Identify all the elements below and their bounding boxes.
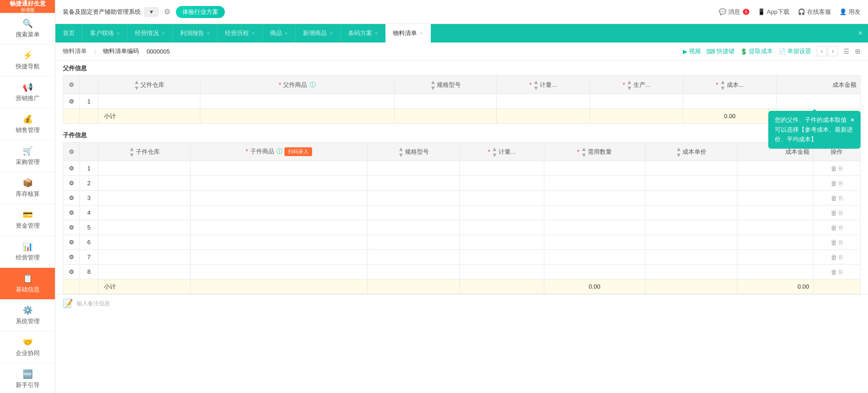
child-r5-warehouse[interactable] <box>98 220 191 235</box>
copy-icon[interactable]: ⎘ <box>839 165 843 172</box>
child-r2-warehouse[interactable] <box>98 176 191 191</box>
child-r2-cost-amount[interactable] <box>737 176 813 191</box>
tab-history[interactable]: 经营历程 × <box>217 24 262 42</box>
child-r3-unit[interactable] <box>459 191 544 206</box>
tab-profit-close[interactable]: × <box>207 30 210 36</box>
parent-row1-unit[interactable] <box>496 94 590 109</box>
copy-icon[interactable]: ⎘ <box>839 224 843 231</box>
child-r3-spec[interactable] <box>367 191 459 206</box>
prev-btn[interactable]: ‹ <box>817 46 827 56</box>
child-r8-spec[interactable] <box>367 265 459 279</box>
tab-profit[interactable]: 利润报告 × <box>173 24 217 42</box>
tab-history-close[interactable]: × <box>252 30 254 36</box>
child-r8-goods[interactable] <box>190 265 367 279</box>
copy-icon[interactable]: ⎘ <box>839 194 843 202</box>
child-r3-unit-cost[interactable] <box>645 191 737 206</box>
close-all-tabs-btn[interactable]: × <box>853 29 868 37</box>
child-r6-quantity[interactable] <box>544 235 645 250</box>
tab-customers[interactable]: 客户联络 × <box>83 24 127 42</box>
tab-bom[interactable]: 物料清单 × <box>386 24 430 42</box>
tooltip-close-btn[interactable]: × <box>850 115 854 125</box>
delete-icon[interactable]: 🗑 <box>831 209 837 217</box>
list-view-btn[interactable]: ☰ <box>844 48 850 55</box>
view-video-btn[interactable]: ▶ 视频 <box>683 47 701 55</box>
scan-input-btn[interactable]: 扫码录入 <box>284 147 312 156</box>
child-r7-spec[interactable] <box>367 250 459 265</box>
child-r1-spec[interactable] <box>367 161 459 176</box>
copy-icon[interactable]: ⎘ <box>839 209 843 217</box>
parent-row1-spec[interactable] <box>395 94 497 109</box>
child-r3-cost-amount[interactable] <box>737 191 813 206</box>
child-r1-quantity[interactable] <box>544 161 645 176</box>
child-r4-goods[interactable] <box>190 206 367 220</box>
child-r3-warehouse[interactable] <box>98 191 191 206</box>
child-r7-unit-cost[interactable] <box>645 250 737 265</box>
breadcrumb-bom[interactable]: 物料清单 <box>63 47 87 55</box>
child-r8-quantity[interactable] <box>544 265 645 279</box>
tab-operations[interactable]: 经营情况 × <box>127 24 172 42</box>
system-select-btn[interactable]: ▼ <box>145 7 158 17</box>
child-r3-goods[interactable] <box>190 191 367 206</box>
support-btn[interactable]: 🎧 在线客服 <box>798 8 831 16</box>
child-r2-goods[interactable] <box>190 176 367 191</box>
tab-operations-close[interactable]: × <box>162 30 164 36</box>
child-r6-goods[interactable] <box>190 235 367 250</box>
shortcut-btn[interactable]: ⌨ 快捷键 <box>706 47 735 55</box>
child-r2-spec[interactable] <box>367 176 459 191</box>
sidebar-item-guide[interactable]: 🆕 新手引导 <box>0 363 55 393</box>
child-r4-spec[interactable] <box>367 206 459 220</box>
sidebar-item-purchase[interactable]: 🛒 采购管理 <box>0 140 55 172</box>
child-r6-unit[interactable] <box>459 235 544 250</box>
copy-icon[interactable]: ⎘ <box>839 268 843 276</box>
child-r5-goods[interactable] <box>190 220 367 235</box>
child-r6-warehouse[interactable] <box>98 235 191 250</box>
child-r6-cost-amount[interactable] <box>737 235 813 250</box>
copy-icon[interactable]: ⎘ <box>839 239 843 246</box>
tab-home[interactable]: 首页 <box>55 24 83 42</box>
experience-btn[interactable]: 体验行业方案 <box>176 6 225 18</box>
delete-icon[interactable]: 🗑 <box>831 268 837 276</box>
child-r4-quantity[interactable] <box>544 206 645 220</box>
child-r2-unit-cost[interactable] <box>645 176 737 191</box>
sidebar-item-marketing[interactable]: 📢 营销推广 <box>0 77 55 109</box>
delete-icon[interactable]: 🗑 <box>831 239 837 246</box>
sidebar-item-finance[interactable]: 💳 资金管理 <box>0 204 55 236</box>
extract-cost-btn[interactable]: 💲 提取成本 <box>740 47 773 55</box>
child-r1-goods[interactable] <box>190 161 367 176</box>
delete-icon[interactable]: 🗑 <box>831 224 837 231</box>
child-r6-spec[interactable] <box>367 235 459 250</box>
child-r4-unit[interactable] <box>459 206 544 220</box>
delete-icon[interactable]: 🗑 <box>831 165 837 172</box>
sidebar-item-system[interactable]: ⚙️ 系统管理 <box>0 300 55 332</box>
child-r1-unit[interactable] <box>459 161 544 176</box>
parent-row1-goods[interactable] <box>200 94 394 109</box>
child-r3-quantity[interactable] <box>544 191 645 206</box>
tab-new-goods[interactable]: 新增商品 × <box>295 24 340 42</box>
child-r5-unit[interactable] <box>459 220 544 235</box>
child-r7-goods[interactable] <box>190 250 367 265</box>
next-btn[interactable]: › <box>828 46 838 56</box>
child-r7-quantity[interactable] <box>544 250 645 265</box>
tab-barcode-close[interactable]: × <box>375 30 378 36</box>
child-r1-unit-cost[interactable] <box>645 161 737 176</box>
child-r6-unit-cost[interactable] <box>645 235 737 250</box>
sidebar-item-inventory[interactable]: 📦 库存核算 <box>0 172 55 204</box>
sidebar-item-sales[interactable]: 💰 销售管理 <box>0 109 55 140</box>
parent-row1-cost-amount[interactable] <box>777 94 861 109</box>
tab-bom-close[interactable]: × <box>420 30 422 36</box>
parent-row1-cost[interactable] <box>683 94 777 109</box>
parent-row1-warehouse[interactable] <box>98 94 200 109</box>
user-btn[interactable]: 👤 用友 <box>839 8 861 16</box>
child-r5-cost-amount[interactable] <box>737 220 813 235</box>
child-r5-spec[interactable] <box>367 220 459 235</box>
tab-barcode[interactable]: 条码方案 × <box>341 24 386 42</box>
child-r2-unit[interactable] <box>459 176 544 191</box>
sidebar-item-enterprise[interactable]: 🤝 企业协同 <box>0 332 55 363</box>
parent-row1-produce[interactable] <box>590 94 683 109</box>
sidebar-item-operations[interactable]: 📊 经营管理 <box>0 236 55 268</box>
child-r7-unit[interactable] <box>459 250 544 265</box>
child-r1-cost-amount[interactable] <box>737 161 813 176</box>
sidebar-item-basic-info[interactable]: 📋 基础信息 <box>0 268 55 300</box>
settings-icon[interactable]: ⚙ <box>164 7 170 16</box>
child-r5-quantity[interactable] <box>544 220 645 235</box>
